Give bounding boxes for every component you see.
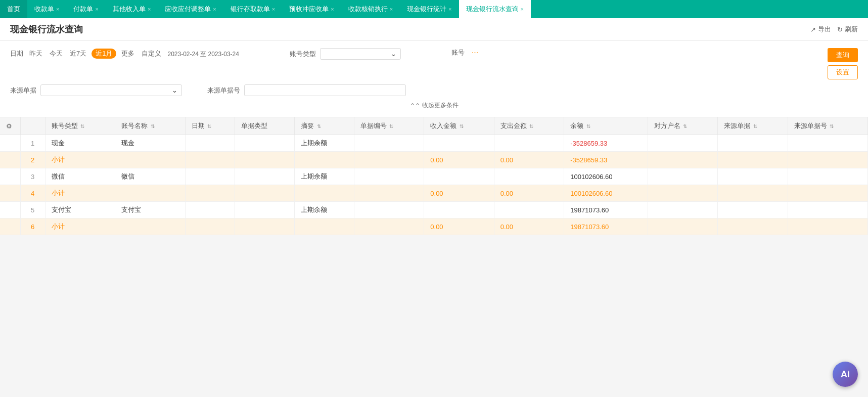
row-account-type: 小计 — [45, 185, 115, 202]
close-icon[interactable]: × — [213, 0, 216, 18]
table-row[interactable]: 5 支付宝 支付宝 上期余额 19871073.60 — [0, 202, 868, 218]
refresh-label: 刷新 — [845, 25, 858, 34]
sort-icon: ⇅ — [753, 123, 757, 129]
row-date — [185, 135, 235, 152]
row-source-doc-no — [788, 152, 867, 168]
row-summary: 上期余额 — [295, 168, 354, 185]
row-income — [424, 135, 494, 152]
col-header-date[interactable]: 日期 ⇅ — [185, 117, 235, 135]
row-balance: 100102606.60 — [564, 185, 648, 202]
query-button[interactable]: 查询 — [828, 48, 858, 62]
row-doc-no — [354, 152, 424, 168]
row-expense: 0.00 — [494, 185, 564, 202]
close-icon[interactable]: × — [148, 0, 151, 18]
row-account-type: 支付宝 — [45, 202, 115, 218]
gear-icon[interactable]: ⚙ — [6, 122, 12, 130]
row-source-doc-no — [788, 202, 867, 218]
sort-icon: ⇅ — [151, 123, 155, 129]
col-header-account-name[interactable]: 账号名称 ⇅ — [115, 117, 185, 135]
sort-icon: ⇅ — [317, 123, 321, 129]
nav-item-collection-verify[interactable]: 收款核销执行 × — [341, 0, 400, 18]
nav-collection-verify-label: 收款核销执行 — [348, 0, 388, 18]
row-account-name — [115, 152, 185, 168]
row-date — [185, 168, 235, 185]
col-header-doc-no[interactable]: 单据编号 ⇅ — [354, 117, 424, 135]
col-account-type-label: 账号类型 — [52, 122, 78, 129]
date-option-yesterday[interactable]: 昨天 — [27, 48, 44, 59]
row-expense — [494, 202, 564, 218]
row-source-doc — [718, 135, 788, 152]
date-option-today[interactable]: 今天 — [48, 48, 65, 59]
col-header-summary[interactable]: 摘要 ⇅ — [295, 117, 354, 135]
date-option-more[interactable]: 更多 — [119, 48, 136, 59]
refresh-button[interactable]: ↻ 刷新 — [837, 25, 858, 34]
nav-receivable-adjust-label: 应收应付调整单 — [165, 0, 211, 18]
account-label: 账号 — [451, 48, 465, 57]
close-icon[interactable]: × — [390, 0, 393, 18]
col-header-source-doc[interactable]: 来源单据 ⇅ — [718, 117, 788, 135]
date-range-display: 2023-02-24 至 2023-03-24 — [167, 50, 239, 59]
row-income: 0.00 — [424, 218, 494, 235]
col-header-source-doc-no[interactable]: 来源单据号 ⇅ — [788, 117, 867, 135]
nav-item-cash-bank-stat[interactable]: 现金银行统计 × — [400, 0, 459, 18]
row-counterparty — [648, 218, 717, 235]
source-doc-select[interactable]: ⌄ — [40, 84, 182, 96]
nav-payment-label: 付款单 — [73, 0, 93, 18]
table-row[interactable]: 4 小计 0.00 0.00 100102606.60 — [0, 185, 868, 202]
col-header-account-type[interactable]: 账号类型 ⇅ — [45, 117, 115, 135]
table-header: ⚙ 账号类型 ⇅ 账号名称 ⇅ 日期 ⇅ 单据类型 — [0, 117, 868, 135]
close-icon[interactable]: × — [56, 0, 59, 18]
row-doc-type — [235, 218, 295, 235]
row-balance: -3528659.33 — [564, 135, 648, 152]
row-counterparty — [648, 135, 717, 152]
table-row[interactable]: 2 小计 0.00 0.00 -3528659.33 — [0, 152, 868, 168]
row-source-doc-no — [788, 185, 867, 202]
row-account-name — [115, 218, 185, 235]
nav-item-receipt[interactable]: 收款单 × — [27, 0, 66, 18]
row-account-name: 现金 — [115, 135, 185, 152]
sort-icon: ⇅ — [586, 123, 590, 129]
date-option-custom[interactable]: 自定义 — [140, 48, 163, 59]
nav-item-home[interactable]: 首页 — [0, 0, 27, 18]
close-icon[interactable]: × — [272, 0, 275, 18]
nav-item-receivable-adjust[interactable]: 应收应付调整单 × — [158, 0, 223, 18]
account-dots-button[interactable]: ··· — [469, 48, 481, 57]
source-doc-num-input[interactable] — [244, 84, 406, 96]
nav-item-payment[interactable]: 付款单 × — [66, 0, 105, 18]
date-option-last7days[interactable]: 近7天 — [68, 48, 88, 59]
filter-row-1: 日期 昨天 今天 近7天 近1月 更多 自定义 2023-02-24 至 202… — [10, 48, 858, 79]
nav-item-other-income[interactable]: 其他收入单 × — [106, 0, 158, 18]
row-summary — [295, 218, 354, 235]
nav-item-bank-deposit[interactable]: 银行存取款单 × — [223, 0, 282, 18]
settings-button[interactable]: 设置 — [828, 65, 858, 79]
row-number: 2 — [20, 152, 45, 168]
table-container: ⚙ 账号类型 ⇅ 账号名称 ⇅ 日期 ⇅ 单据类型 — [0, 117, 868, 235]
row-counterparty — [648, 168, 717, 185]
col-header-doc-type: 单据类型 — [235, 117, 295, 135]
close-icon[interactable]: × — [331, 0, 334, 18]
date-option-last1month[interactable]: 近1月 — [92, 49, 116, 59]
sort-icon: ⇅ — [207, 123, 211, 129]
filter-row-2: 来源单据 ⌄ 来源单据号 — [10, 84, 858, 96]
col-header-income[interactable]: 收入金额 ⇅ — [424, 117, 494, 135]
col-header-balance[interactable]: 余额 ⇅ — [564, 117, 648, 135]
row-account-type: 微信 — [45, 168, 115, 185]
row-summary — [295, 152, 354, 168]
export-button[interactable]: ↗ 导出 — [810, 25, 831, 34]
data-table: ⚙ 账号类型 ⇅ 账号名称 ⇅ 日期 ⇅ 单据类型 — [0, 117, 868, 235]
nav-item-pre-receipt[interactable]: 预收冲应收单 × — [282, 0, 341, 18]
account-type-select[interactable]: ⌄ — [320, 48, 401, 60]
table-row[interactable]: 3 微信 微信 上期余额 100102606.60 — [0, 168, 868, 185]
table-row[interactable]: 6 小计 0.00 0.00 19871073.60 — [0, 218, 868, 235]
col-header-expense[interactable]: 支出金额 ⇅ — [494, 117, 564, 135]
close-icon[interactable]: × — [448, 0, 451, 18]
collapse-bar[interactable]: ⌃⌃ 收起更多条件 — [10, 101, 858, 110]
table-row[interactable]: 1 现金 现金 上期余额 -3528659.33 — [0, 135, 868, 152]
close-icon[interactable]: × — [95, 0, 98, 18]
nav-item-cash-bank-flow[interactable]: 现金银行流水查询 × — [459, 0, 531, 18]
nav-cash-bank-stat-label: 现金银行统计 — [407, 0, 446, 18]
close-icon[interactable]: × — [521, 0, 524, 18]
col-header-counterparty[interactable]: 对方户名 ⇅ — [648, 117, 717, 135]
date-options: 昨天 今天 近7天 近1月 更多 自定义 — [27, 48, 163, 59]
col-summary-label: 摘要 — [301, 122, 314, 129]
